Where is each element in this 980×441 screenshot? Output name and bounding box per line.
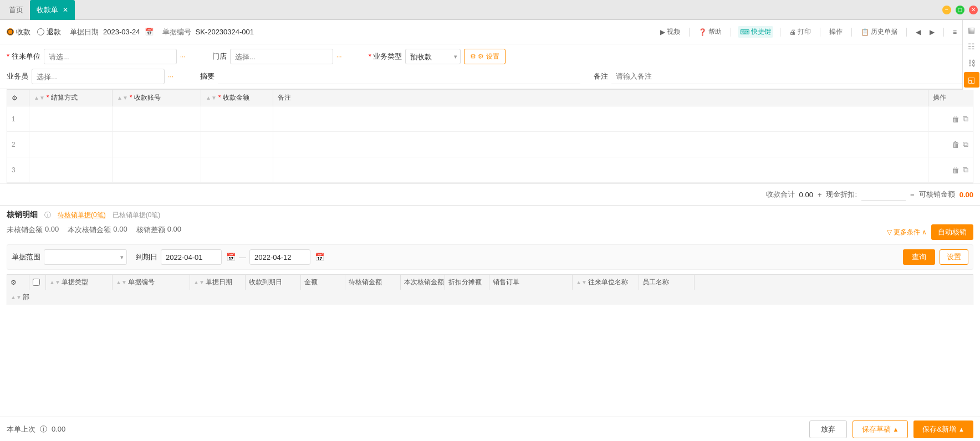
pending-tab[interactable]: 待核销单据(0笔) [58, 211, 106, 220]
row-2-copy-icon[interactable]: ⧉ [963, 140, 968, 149]
due-date-end-calendar-icon[interactable]: 📅 [315, 253, 324, 261]
vcol-doctype: ▲▼ 单据类型 [46, 275, 113, 290]
nav-prev-button[interactable]: ◀ [913, 27, 923, 37]
verify-header: 核销明细 ⓘ 待核销单据(0笔) 已核销单据(0笔) [7, 210, 973, 220]
staff-input[interactable] [32, 69, 165, 84]
divider [820, 28, 820, 37]
row-3-amount[interactable] [201, 157, 273, 182]
shop-input[interactable] [230, 49, 333, 64]
tab-close-icon[interactable]: ✕ [63, 6, 68, 14]
sidebar-attach-icon[interactable]: ⛓ [964, 55, 979, 71]
save-new-button[interactable]: 保存&新增 ▲ [913, 421, 973, 438]
staff-more-button[interactable]: ··· [168, 73, 173, 80]
window-close-button[interactable]: ✕ [969, 6, 978, 14]
tab-home[interactable]: 首页 [2, 0, 30, 20]
counterpart-more-button[interactable]: ··· [180, 53, 186, 60]
biz-type-select[interactable]: 预收款 [405, 49, 461, 64]
row-2-remark[interactable] [273, 132, 928, 157]
unverified-stat: 未核销金额 0.00 [7, 225, 59, 235]
vcol-settings[interactable]: ⚙ [7, 275, 29, 290]
biz-type-label: 业务类型 [369, 52, 402, 61]
row-2-delete-icon[interactable]: 🗑 [952, 140, 959, 149]
remark-input[interactable] [611, 69, 974, 84]
counterpart-input[interactable] [44, 49, 177, 64]
counterpart-field: 往来单位 ··· [7, 49, 186, 64]
bottom-right: 放弃 保存草稿 ▲ 保存&新增 ▲ [809, 421, 973, 438]
top-toolbar: 收款 退款 单据日期 2023-03-24 📅 单据编号 SK-20230324… [0, 20, 980, 44]
discard-button[interactable]: 放弃 [809, 421, 847, 438]
row-2-settlement[interactable] [29, 132, 113, 157]
due-date-end-input[interactable] [249, 249, 310, 265]
summary-field: 摘要 [200, 69, 580, 84]
help-button[interactable]: ❓ 帮助 [696, 26, 724, 38]
biz-type-field: 业务类型 预收款 ⚙ ⚙ 设置 [369, 49, 506, 64]
table-row: 1 🗑 ⧉ [7, 106, 973, 132]
sidebar-table-icon[interactable]: ▦ [964, 22, 979, 38]
auto-verify-button[interactable]: 自动核销 [931, 224, 973, 240]
filter-row: 单据范围 到期日 📅 — 📅 查询 设置 [7, 244, 973, 270]
print-icon: 🖨 [789, 28, 796, 36]
sidebar-expand-icon[interactable]: ◱ [964, 72, 979, 88]
row-2-account[interactable] [113, 132, 201, 157]
table-settings-icon[interactable]: ⚙ [12, 94, 18, 102]
shop-label: 门店 [212, 52, 227, 61]
vcol-checkbox[interactable] [29, 275, 46, 290]
query-button[interactable]: 查询 [903, 249, 935, 265]
video-icon: ▶ [660, 28, 665, 36]
biz-type-dropdown[interactable]: 预收款 [405, 49, 461, 64]
shortcut-button[interactable]: ⌨ 快捷键 [738, 26, 773, 38]
sidebar-list-icon[interactable]: ☷ [964, 39, 979, 54]
nav-next-button[interactable]: ▶ [927, 27, 937, 37]
row-1-copy-icon[interactable]: ⧉ [963, 114, 968, 124]
due-date-start-calendar-icon[interactable]: 📅 [226, 253, 236, 261]
summary-input[interactable] [218, 69, 580, 84]
ops-button[interactable]: 操作 [827, 26, 845, 38]
done-tab[interactable]: 已核销单据(0笔) [113, 211, 161, 220]
row-3-settlement[interactable] [29, 157, 113, 182]
row-2-amount[interactable] [201, 132, 273, 157]
video-button[interactable]: ▶ 视频 [658, 26, 682, 38]
print-button[interactable]: 🖨 打印 [787, 26, 813, 38]
doc-no-field: 单据编号 SK-20230324-001 [162, 27, 254, 37]
vcol-amount: 金额 [301, 275, 345, 290]
row-3-delete-icon[interactable]: 🗑 [952, 166, 959, 175]
date-calendar-icon[interactable]: 📅 [145, 28, 154, 36]
select-all-checkbox[interactable] [33, 279, 40, 286]
row-1-remark[interactable] [273, 106, 928, 131]
window-maximize-button[interactable]: □ [956, 6, 964, 14]
staff-field: 业务员 ··· [7, 69, 173, 84]
discount-input[interactable] [861, 188, 906, 201]
row-1-settlement[interactable] [29, 106, 113, 131]
history-button[interactable]: 📋 历史单据 [859, 26, 900, 38]
verify-right-actions: ▽ 更多条件 ∧ 自动核销 [887, 224, 973, 240]
window-minimize-button[interactable]: − [942, 6, 951, 14]
refund-radio[interactable]: 退款 [37, 27, 61, 37]
summary-label: 摘要 [200, 71, 215, 81]
row-1-amount[interactable] [201, 106, 273, 131]
right-sidebar: ▦ ☷ ⛓ ◱ [962, 20, 980, 90]
range-select[interactable] [44, 249, 127, 265]
tab-receipt[interactable]: 收款单 ✕ [30, 0, 75, 20]
list-view-button[interactable]: ≡ [951, 27, 959, 37]
due-date-start-input[interactable] [161, 249, 222, 265]
settings-button[interactable]: ⚙ ⚙ 设置 [464, 49, 505, 64]
more-conditions-button[interactable]: ▽ 更多条件 ∧ [887, 228, 927, 237]
row-1-account[interactable] [113, 106, 201, 131]
draft-chevron-icon: ▲ [893, 426, 899, 433]
vtable-settings-icon[interactable]: ⚙ [11, 279, 17, 286]
save-draft-button[interactable]: 保存草稿 ▲ [853, 421, 908, 438]
settings-col-header[interactable]: ⚙ [7, 90, 29, 106]
row-3-remark[interactable] [273, 157, 928, 182]
action-col-header: 操作 [928, 90, 973, 106]
row-1-delete-icon[interactable]: 🗑 [952, 115, 959, 124]
row-3-account[interactable] [113, 157, 201, 182]
range-dropdown[interactable] [44, 249, 127, 265]
row-3-copy-icon[interactable]: ⧉ [963, 165, 968, 175]
shop-more-button[interactable]: ··· [336, 53, 342, 60]
row-3-num: 3 [7, 157, 29, 182]
verify-info-icon: ⓘ [44, 211, 51, 220]
current-verify-stat: 本次核销金额 0.00 [68, 225, 127, 235]
filter-settings-button[interactable]: 设置 [940, 249, 968, 265]
doc-date-field: 单据日期 2023-03-24 📅 [70, 27, 154, 37]
receive-radio[interactable]: 收款 [7, 27, 30, 37]
